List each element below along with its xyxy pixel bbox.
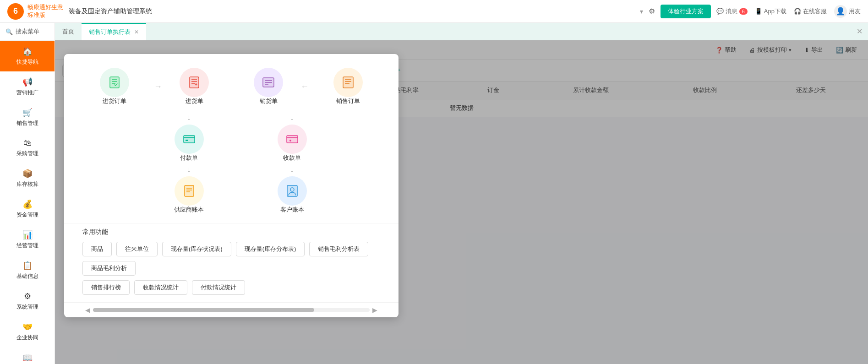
- svg-rect-5: [190, 77, 199, 88]
- flow-item-receipt[interactable]: 收款单: [260, 125, 324, 162]
- content-area: 首页 销售订单执行表 ✕ ✕ ❓ 帮助 🖨: [55, 23, 868, 364]
- home-icon: 🏠: [22, 46, 33, 56]
- common-btn-goods-margin[interactable]: 商品毛利分析: [82, 261, 136, 276]
- flow-row-2: ↓ 付款单 ↓: [82, 113, 380, 214]
- flow-item-customer-ledger[interactable]: 客户账本: [260, 176, 324, 214]
- flow-col-payment: ↓ 付款单 ↓: [157, 113, 221, 214]
- experience-button[interactable]: 体验行业方案: [661, 5, 711, 18]
- common-functions-section: 常用功能 商品 往来单位 现存量(库存状况表) 现存量(库存分布表) 销售毛利分…: [64, 223, 399, 302]
- receipt-label: 收款单: [283, 154, 301, 162]
- system-title: 装备及固定资产辅助管理系统: [69, 7, 634, 16]
- payment-label: 付款单: [180, 154, 198, 162]
- settings-icon[interactable]: ⚙: [649, 7, 655, 16]
- sidebar-item-label-home: 快捷导航: [16, 58, 38, 66]
- svg-rect-29: [287, 136, 298, 143]
- common-btn-sales-margin[interactable]: 销售毛利分析表: [309, 242, 368, 256]
- sidebar-item-home[interactable]: 🏠 快捷导航: [0, 41, 55, 71]
- receipt-icon: [278, 125, 307, 154]
- payment-icon: [175, 125, 204, 154]
- quick-nav-modal: 进货订单 →: [64, 54, 399, 317]
- sidebar-item-sales[interactable]: 🛒 销售管理: [0, 102, 55, 133]
- tab-sales-order-exec[interactable]: 销售订单执行表 ✕: [82, 23, 146, 40]
- scrollbar-row: ◀ ▶: [64, 302, 399, 317]
- purchase-bill-label: 进货单: [186, 97, 203, 105]
- common-btn-payment-stats[interactable]: 付款情况统计: [192, 280, 245, 295]
- phone-icon: 📱: [755, 8, 762, 15]
- sales-bill-label: 销货单: [260, 97, 278, 105]
- message-icon: 💬: [716, 8, 724, 15]
- app-download-button[interactable]: 📱 App下载: [755, 7, 786, 16]
- common-btn-goods[interactable]: 商品: [82, 242, 112, 256]
- search-menu[interactable]: 🔍 搜索菜单: [0, 23, 55, 41]
- common-btn-contacts[interactable]: 往来单位: [116, 242, 158, 256]
- flow-item-purchase-order[interactable]: 进货订单: [82, 68, 147, 105]
- svg-point-32: [289, 140, 291, 141]
- message-button[interactable]: 💬 消息 6: [716, 7, 748, 16]
- basic-icon: 📋: [22, 261, 33, 271]
- flow-item-sales-bill[interactable]: 销货单: [236, 68, 300, 105]
- sidebar-item-finance[interactable]: 💰 资金管理: [0, 194, 55, 224]
- svg-rect-20: [184, 136, 195, 143]
- sidebar-item-label-system: 系统管理: [16, 303, 38, 311]
- sidebar-item-label-finance: 资金管理: [16, 211, 38, 219]
- finance-icon: 💰: [22, 199, 33, 209]
- common-btn-stock-dist[interactable]: 现存量(库存分布表): [236, 242, 305, 256]
- sidebar: 🔍 搜索菜单 🏠 快捷导航 📢 营销推广 🛒 销售管理 🛍 采购管理 📦: [0, 23, 55, 364]
- common-btn-sales-rank[interactable]: 销售排行榜: [82, 280, 130, 295]
- flow-item-purchase-bill[interactable]: 进货单: [162, 68, 226, 105]
- svg-rect-23: [186, 140, 188, 141]
- common-btn-stock-status[interactable]: 现存量(库存状况表): [162, 242, 231, 256]
- flow-item-sales-order[interactable]: 销售订单: [316, 68, 380, 105]
- sidebar-item-system[interactable]: ⚙ 系统管理: [0, 286, 55, 316]
- horizontal-scrollbar[interactable]: [93, 308, 370, 312]
- logo-text: 畅康通好生意 标准版: [27, 4, 63, 19]
- avatar: 👤: [834, 5, 847, 18]
- svg-rect-0: [110, 77, 119, 88]
- sidebar-item-label-basic: 基础信息: [16, 272, 38, 280]
- common-btns-container: 商品 往来单位 现存量(库存状况表) 现存量(库存分布表) 销售毛利分析表 商品…: [82, 242, 380, 276]
- supplier-ledger-icon: [175, 176, 204, 206]
- sidebar-item-label-inventory: 库存核算: [16, 180, 38, 188]
- arrow-sales-order-to-sales-bill: ←: [300, 82, 316, 92]
- sidebar-item-inventory[interactable]: 📦 库存核算: [0, 163, 55, 194]
- user-menu[interactable]: 👤 用友: [834, 5, 861, 18]
- sidebar-item-label-marketing: 营销推广: [16, 89, 38, 97]
- modal-overlay[interactable]: 进货订单 →: [55, 40, 868, 364]
- sidebar-item-basic[interactable]: 📋 基础信息: [0, 255, 55, 286]
- sales-order-label: 销售订单: [336, 97, 360, 105]
- tab-close-icon[interactable]: ✕: [134, 29, 139, 35]
- dropdown-icon[interactable]: ▾: [640, 8, 643, 15]
- search-icon: 🔍: [5, 28, 13, 35]
- sidebar-item-guide[interactable]: 📖 新手引导: [0, 347, 55, 364]
- common-btns-row2: 销售排行榜 收款情况统计 付款情况统计: [82, 280, 380, 295]
- supplier-ledger-label: 供应商账本: [174, 206, 204, 214]
- customer-ledger-icon: [278, 176, 307, 206]
- message-badge: 6: [739, 8, 748, 15]
- tab-bar-close-button[interactable]: ✕: [851, 27, 868, 36]
- page-content: ❓ 帮助 🖨 按模板打印 ▾ ⬇ 导出 🔄 刷新: [55, 40, 868, 364]
- scroll-left-button[interactable]: ◀: [82, 306, 93, 314]
- flow-item-payment[interactable]: 付款单: [157, 125, 221, 162]
- headset-icon: 🎧: [794, 8, 801, 15]
- marketing-icon: 📢: [22, 77, 33, 87]
- common-btn-receipt-stats[interactable]: 收款情况统计: [134, 280, 187, 295]
- flow-item-supplier-ledger[interactable]: 供应商账本: [157, 176, 221, 214]
- sales-icon: 🛒: [22, 108, 33, 118]
- sidebar-item-purchase[interactable]: 🛍 采购管理: [0, 133, 55, 163]
- arrow-purchase-to-purchase-bill: →: [147, 82, 162, 92]
- purchase-bill-icon: [180, 68, 209, 97]
- sidebar-item-operation[interactable]: 📊 经营管理: [0, 224, 55, 255]
- header-right: 💬 消息 6 📱 App下载 🎧 在线客服 👤 用友: [716, 5, 861, 18]
- operation-icon: 📊: [22, 230, 33, 240]
- tab-home[interactable]: 首页: [55, 23, 82, 40]
- scroll-right-button[interactable]: ▶: [370, 306, 380, 314]
- sidebar-item-enterprise[interactable]: 🤝 企业协同: [0, 316, 55, 347]
- sidebar-item-marketing[interactable]: 📢 营销推广: [0, 71, 55, 102]
- sidebar-item-label-operation: 经营管理: [16, 242, 38, 250]
- enterprise-icon: 🤝: [22, 322, 33, 332]
- svg-rect-24: [185, 185, 194, 196]
- inventory-icon: 📦: [22, 168, 33, 179]
- common-title: 常用功能: [82, 228, 380, 236]
- online-service-button[interactable]: 🎧 在线客服: [794, 7, 827, 16]
- sidebar-item-label-sales: 销售管理: [16, 120, 38, 127]
